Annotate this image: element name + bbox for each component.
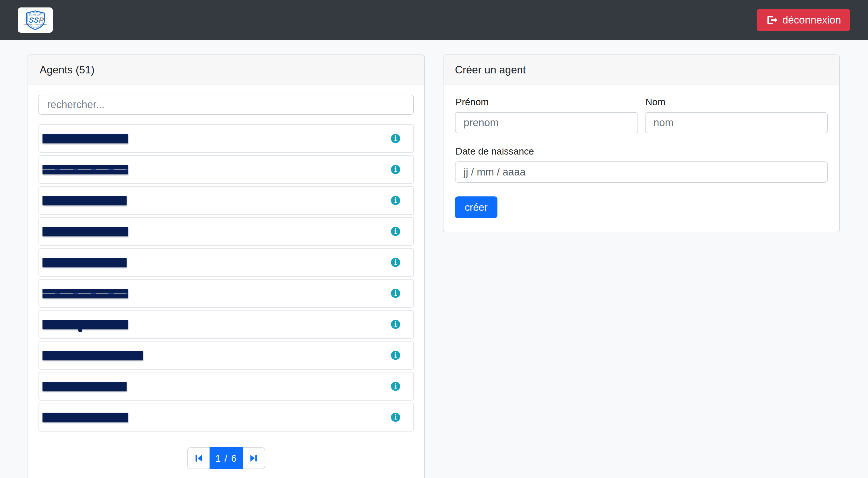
agent-list-item: i	[38, 217, 414, 246]
svg-text:SS: SS	[29, 16, 39, 24]
first-name-field-group: Prénom	[455, 97, 638, 133]
logout-icon	[766, 14, 777, 26]
create-agent-panel-header: Créer un agent	[443, 55, 839, 85]
last-page-button[interactable]	[243, 447, 265, 469]
skip-to-end-icon	[249, 453, 259, 463]
agents-panel-body: i i i i i	[28, 85, 424, 478]
agent-list-item: i	[38, 279, 414, 308]
redacted-name-bar	[42, 196, 127, 205]
agents-panel-header: Agents (51)	[28, 55, 424, 85]
agent-list-item: i	[38, 186, 414, 215]
redacted-name-bar	[42, 320, 128, 329]
create-agent-panel: Créer un agent Prénom Nom Date de naissa…	[443, 55, 840, 232]
first-name-input[interactable]	[455, 112, 638, 133]
skip-to-start-icon	[194, 453, 204, 463]
redacted-name-bar	[42, 351, 143, 360]
logout-label: déconnexion	[782, 14, 841, 26]
info-icon[interactable]: i	[391, 413, 400, 422]
info-icon[interactable]: i	[391, 320, 400, 329]
birth-date-field-group: Date de naissance	[455, 146, 828, 183]
last-name-field-group: Nom	[645, 97, 828, 133]
info-icon[interactable]: i	[391, 258, 400, 267]
info-icon[interactable]: i	[391, 382, 400, 391]
svg-text:SURVEILLANCE · SECURITE · PRIV: SURVEILLANCE · SECURITE · PRIVEE	[24, 24, 47, 26]
search-input[interactable]	[38, 95, 414, 115]
agent-list-item: i	[38, 341, 414, 370]
name-fields-row: Prénom Nom	[455, 97, 828, 133]
info-icon[interactable]: i	[391, 289, 400, 298]
info-icon[interactable]: i	[391, 196, 400, 205]
page: { "navbar": { "logo": { "text_blue": "SS…	[0, 0, 868, 478]
agent-list-item: i	[38, 248, 414, 277]
agents-list: i i i i i	[38, 124, 414, 432]
last-name-input[interactable]	[645, 112, 828, 133]
last-name-label: Nom	[646, 97, 828, 107]
pagination: 1 / 6	[38, 447, 414, 469]
redacted-name-bar	[42, 413, 128, 422]
first-name-label: Prénom	[456, 97, 638, 107]
agent-list-item: i	[38, 310, 414, 339]
info-icon[interactable]: i	[391, 134, 400, 143]
redacted-name-bar	[42, 134, 128, 143]
create-agent-form: Prénom Nom Date de naissance créer	[443, 85, 839, 218]
info-icon[interactable]: i	[391, 351, 400, 360]
agent-list-item: i	[38, 124, 414, 153]
ssp-shield-logo-icon: DEPUIS 2004 SS P SURVEILLANCE · SECURITE…	[20, 9, 50, 31]
first-page-button[interactable]	[187, 447, 210, 469]
birth-date-input[interactable]	[455, 162, 828, 183]
birth-date-label: Date de naissance	[456, 146, 828, 157]
page-indicator: 1 / 6	[210, 447, 243, 469]
redacted-name-bar	[42, 289, 128, 298]
info-icon[interactable]: i	[391, 165, 400, 174]
create-agent-panel-title: Créer un agent	[455, 64, 526, 76]
redacted-name-bar	[42, 258, 127, 267]
logout-button[interactable]: déconnexion	[756, 9, 850, 31]
agent-list-item: i	[38, 403, 414, 432]
agent-list-item: i	[38, 372, 414, 401]
agents-panel-title: Agents (51)	[40, 64, 94, 76]
agent-list-item: i	[38, 155, 414, 184]
info-icon[interactable]: i	[391, 227, 400, 236]
create-agent-button[interactable]: créer	[455, 197, 497, 218]
pagination-group: 1 / 6	[187, 447, 265, 469]
main-content: Agents (51) i i i	[0, 40, 868, 478]
svg-text:P: P	[39, 16, 44, 24]
redacted-name-bar	[42, 382, 127, 391]
redacted-name-bar	[42, 165, 128, 174]
navbar: DEPUIS 2004 SS P SURVEILLANCE · SECURITE…	[0, 0, 868, 40]
brand-logo[interactable]: DEPUIS 2004 SS P SURVEILLANCE · SECURITE…	[18, 7, 53, 33]
redacted-name-bar	[42, 227, 128, 236]
agents-panel: Agents (51) i i i	[28, 55, 425, 478]
